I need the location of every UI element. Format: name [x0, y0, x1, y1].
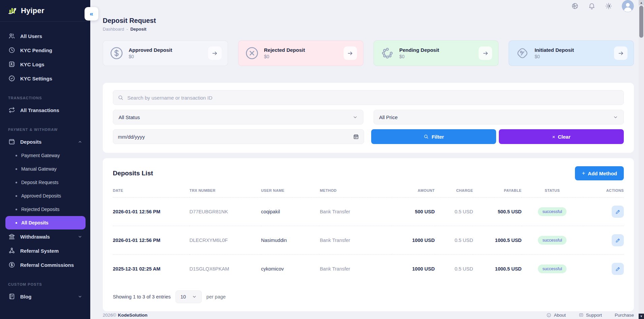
- cell-date: 2025-12-31 02:25 AM: [113, 255, 190, 283]
- scrollbar-down-arrow[interactable]: ▼: [639, 314, 644, 319]
- sidebar-subitem-label: Approved Deposits: [21, 193, 61, 199]
- stat-value: $0: [535, 54, 574, 59]
- footer-link-support[interactable]: Support: [579, 313, 602, 318]
- notifications-bell-icon[interactable]: [588, 2, 595, 10]
- sidebar-item-label: Blog: [20, 294, 31, 299]
- page-size-value: 10: [181, 294, 186, 299]
- stat-card-approved-deposit[interactable]: Approved Deposit $0: [103, 40, 228, 66]
- stat-texts: Approved Deposit $0: [129, 47, 172, 59]
- col-amount: AMOUNT: [391, 184, 435, 198]
- calendar-icon[interactable]: [353, 134, 359, 140]
- scrollbar-thumb[interactable]: [639, 6, 643, 38]
- scrollbar-up-arrow[interactable]: ▲: [639, 0, 644, 5]
- table-header-row: DATE TRX NUMBER USER NAME METHOD AMOUNT …: [113, 184, 624, 198]
- brand-name: Hyiper: [21, 6, 44, 15]
- add-method-button[interactable]: + Add Method: [575, 166, 624, 180]
- cell-amount: 1000 USD: [391, 226, 435, 255]
- cell-charge: 0.5 USD: [435, 198, 473, 226]
- sidebar-item-kyc-pending[interactable]: KYC Pending: [0, 43, 90, 57]
- theme-toggle-icon[interactable]: [605, 2, 612, 10]
- sidebar-item-kyc-settings[interactable]: KYC Settings: [0, 71, 90, 85]
- sidebar-item-referral-commissions[interactable]: Referral Commissions: [0, 258, 90, 272]
- sidebar-item-label: KYC Pending: [20, 47, 52, 53]
- stat-label: Rejected Deposit: [264, 47, 305, 53]
- sidebar-subitem-payment-gateway[interactable]: Payment Gateway: [0, 149, 90, 162]
- sidebar-collapse-button[interactable]: «: [85, 7, 98, 21]
- sidebar-subitem-manual-gateway[interactable]: Manual Gateway: [0, 162, 90, 176]
- sidebar-subitem-approved-deposits[interactable]: Approved Deposits: [0, 189, 90, 203]
- sidebar-item-withdrawals[interactable]: Withdrawals: [0, 229, 90, 244]
- search-input[interactable]: [113, 90, 624, 105]
- clock-icon: [8, 46, 15, 54]
- sidebar: Hyiper All Users KYC Pending KYC Logs KY…: [0, 0, 90, 319]
- footer-link-purchase[interactable]: Purchase: [615, 313, 634, 318]
- sidebar-item-blog[interactable]: Blog: [0, 289, 90, 304]
- cell-charge: 0.5 USD: [435, 226, 473, 255]
- sidebar-item-referral-system[interactable]: Referral System: [0, 244, 90, 258]
- stat-cards: Approved Deposit $0 Rejected Deposit $0 …: [103, 40, 634, 66]
- arrow-right-icon[interactable]: [344, 46, 357, 60]
- sidebar-item-all-transactions[interactable]: All Transactions: [0, 103, 90, 117]
- stat-card-initiated-deposit[interactable]: Initiated Deposit $0: [509, 40, 634, 66]
- page-title: Deposit Request: [103, 17, 634, 25]
- sidebar-item-kyc-logs[interactable]: KYC Logs: [0, 57, 90, 71]
- edit-button[interactable]: [612, 206, 624, 218]
- pagination: Showing 1 to 3 of 3 entries 10 per page: [113, 290, 624, 303]
- chevron-up-icon: [78, 140, 82, 144]
- bullet-dot: [15, 195, 17, 197]
- language-globe-icon[interactable]: [571, 2, 579, 10]
- wallet-icon: [8, 138, 15, 145]
- sidebar-item-all-users[interactable]: All Users: [0, 29, 90, 43]
- date-input[interactable]: mm/dd/yyyy: [113, 129, 364, 144]
- cell-date: 2026-01-01 12:56 PM: [113, 198, 190, 226]
- edit-button[interactable]: [612, 234, 624, 246]
- cell-status: successful: [522, 226, 583, 255]
- chevron-down-icon: [613, 115, 618, 120]
- brand[interactable]: Hyiper: [0, 0, 90, 22]
- per-page-label: per page: [206, 294, 226, 299]
- sidebar-subitem-all-deposits[interactable]: All Deposits: [5, 216, 86, 229]
- arrow-right-icon[interactable]: [479, 46, 492, 60]
- status-badge: successful: [538, 207, 566, 216]
- date-input-value: mm/dd/yyyy: [118, 134, 145, 140]
- col-date: DATE: [113, 184, 190, 198]
- arrow-right-icon[interactable]: [614, 46, 627, 60]
- plus-icon: +: [582, 170, 585, 177]
- section-label-payment-withdraw: PAYMENT & WITHDRAW: [0, 125, 90, 135]
- clear-button[interactable]: × Clear: [499, 129, 624, 144]
- share-nodes-icon: [8, 247, 15, 254]
- arrow-right-icon[interactable]: [208, 46, 222, 60]
- sidebar-subitem-rejected-deposits[interactable]: Rejected Deposits: [0, 203, 90, 216]
- page-header: Deposit Request Dashboard - Deposit: [103, 17, 634, 32]
- close-icon: ×: [552, 134, 555, 140]
- sidebar-subitem-label: Deposit Requests: [21, 180, 59, 185]
- sidebar-item-deposits[interactable]: Deposits: [0, 135, 90, 149]
- status-select[interactable]: All Status: [113, 110, 363, 125]
- page-size-select[interactable]: 10: [175, 290, 202, 303]
- status-badge: successful: [538, 236, 566, 245]
- window-scrollbar[interactable]: ▲ ▼: [639, 0, 644, 319]
- sidebar-subitem-deposit-requests[interactable]: Deposit Requests: [0, 176, 90, 189]
- sidebar-item-label: Referral Commissions: [20, 262, 74, 268]
- stat-card-pending-deposit[interactable]: Pending Deposit $0: [374, 40, 499, 66]
- footer-link-about[interactable]: About: [546, 313, 566, 318]
- sidebar-item-label: All Transactions: [20, 107, 59, 113]
- sidebar-item-label: Withdrawals: [20, 234, 50, 240]
- cell-method: Bank Transfer: [320, 226, 391, 255]
- breadcrumb-home[interactable]: Dashboard: [103, 27, 124, 32]
- select-row: All Status All Price: [113, 110, 624, 125]
- filter-button[interactable]: Filter: [371, 129, 496, 144]
- price-select[interactable]: All Price: [374, 110, 624, 125]
- deposits-table: DATE TRX NUMBER USER NAME METHOD AMOUNT …: [113, 184, 624, 283]
- footer-link-label: Support: [586, 313, 602, 318]
- edit-button[interactable]: [612, 263, 624, 275]
- stat-texts: Initiated Deposit $0: [535, 47, 574, 59]
- col-actions: ACTIONS: [583, 184, 624, 198]
- stat-card-rejected-deposit[interactable]: Rejected Deposit $0: [238, 40, 363, 66]
- x-circle-icon: [245, 46, 259, 61]
- user-avatar[interactable]: [622, 0, 634, 12]
- cell-payable: 1000.5 USD: [473, 255, 521, 283]
- table-row: 2025-12-31 02:25 AM D1SGLQX6PKAM cykomic…: [113, 255, 624, 283]
- message-square-icon: [579, 313, 584, 318]
- status-select-value: All Status: [119, 114, 140, 120]
